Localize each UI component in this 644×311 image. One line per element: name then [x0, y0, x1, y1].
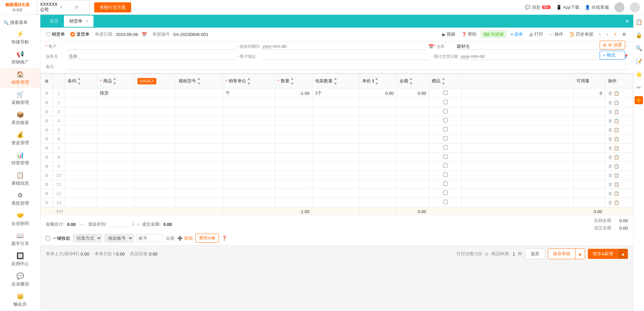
save-new-button[interactable]: 保存&新增 — [588, 249, 618, 259]
scan-btn-header[interactable]: 扫码录入 — [135, 74, 176, 88]
nav-prev-btn[interactable]: ‹ — [597, 31, 603, 38]
save-draft-arrow[interactable]: ▲ — [575, 249, 585, 259]
copy-icon[interactable]: 📋 — [614, 146, 619, 151]
save-draft-button[interactable]: 保存草稿 — [548, 249, 575, 259]
col-gear-header[interactable]: ⚙ — [41, 74, 53, 88]
delete-icon[interactable]: 🗑 — [608, 155, 612, 160]
sidebar-item-operations[interactable]: 📊 经营管理 — [0, 149, 40, 169]
help-btn[interactable]: ❓ 帮助 — [459, 30, 479, 38]
salesperson-dots[interactable]: ··· — [237, 54, 240, 59]
gift-checkbox[interactable] — [443, 127, 448, 131]
sidebar-item-member[interactable]: 👑 畅会员 — [0, 290, 40, 310]
customer-dots[interactable]: ··· — [237, 44, 240, 48]
expense-split-button[interactable]: 费用分摊 — [195, 234, 219, 243]
customer-addr-input[interactable] — [261, 53, 429, 60]
delete-icon[interactable]: 🗑 — [608, 127, 612, 132]
nav-next-btn[interactable]: › — [605, 31, 610, 38]
col-unitprice-header[interactable]: 单价 ℹ ▲▼ — [359, 74, 396, 88]
delivery-date-input[interactable] — [459, 53, 621, 60]
delete-icon[interactable]: 🗑 — [608, 146, 612, 151]
right-panel-icon-2[interactable]: 🔒 — [634, 31, 644, 40]
col-product-header[interactable]: *商品 ▲▼ — [97, 74, 135, 88]
shortcut-btn[interactable]: ⌨ 快捷键 — [481, 30, 506, 38]
sidebar-item-finance[interactable]: 💰 资金管理 — [0, 128, 40, 149]
copy-icon[interactable]: 📋 — [614, 182, 619, 187]
add-payment-btn[interactable]: ➕ 添加 — [177, 235, 193, 241]
radio-sales[interactable]: 销货单 — [46, 31, 65, 37]
scan-barcode-button[interactable]: 扫码录入 — [138, 78, 156, 84]
delete-icon[interactable]: 🗑 — [608, 100, 612, 105]
gift-checkbox[interactable] — [443, 172, 448, 177]
one-key-payment-checkbox[interactable] — [46, 236, 50, 240]
delete-icon[interactable]: 🗑 — [608, 191, 612, 196]
delete-icon[interactable]: 🗑 — [608, 109, 612, 114]
avatar-2[interactable] — [630, 2, 640, 12]
row-spec[interactable] — [176, 88, 223, 98]
row-gift[interactable] — [429, 88, 461, 98]
col-available-header[interactable]: 可用量 — [574, 74, 605, 88]
search-menu[interactable]: 🔍 搜索菜单 — [0, 17, 40, 28]
sidebar-item-marketing[interactable]: 📢 营销推广 — [0, 48, 40, 68]
gift-checkbox[interactable] — [443, 145, 448, 150]
row-gear[interactable]: ⚙ — [41, 88, 53, 98]
copy-icon[interactable]: 📋 — [614, 109, 619, 114]
right-panel-icon-4[interactable]: 📝 — [634, 57, 644, 66]
company-selector[interactable]: XXXXXX公司 ▼ ⚙ — [36, 0, 90, 14]
table-container[interactable]: ⚙ 条码 ▲▼ *商品 ▲▼ — [40, 73, 633, 215]
row-unitprice[interactable]: 0.00 — [359, 88, 396, 98]
logistics-button[interactable]: + 物流 — [600, 51, 625, 60]
gift-checkbox[interactable] — [443, 118, 448, 122]
radio-return[interactable]: 退货单 — [70, 31, 89, 37]
right-panel-icon-5[interactable]: ⭐ — [634, 70, 644, 79]
sidebar-item-system[interactable]: ⚙ 系统管理 — [0, 189, 40, 209]
sidebar-item-guide[interactable]: 📖 新手引导 — [0, 229, 40, 249]
window-close-icon[interactable]: ✕ — [625, 18, 629, 25]
tab-home[interactable]: 首页 — [44, 15, 64, 27]
right-panel-icon-6[interactable]: ✏ — [635, 83, 642, 92]
print-btn[interactable]: 🖨 打印 — [527, 30, 545, 38]
row-amount[interactable]: 0.00 — [396, 88, 429, 98]
col-qty-header[interactable]: *数量 ▲▼ — [275, 74, 312, 88]
copy-icon[interactable]: 📋 — [614, 173, 619, 178]
save-new-arrow[interactable]: ▲ — [618, 249, 628, 259]
settings-button[interactable]: ⚙ ⚙ 设置 — [600, 41, 625, 49]
video-btn[interactable]: ▶ 视频 — [440, 30, 457, 38]
delete-icon[interactable]: 🗑 — [608, 173, 612, 178]
tab-close-icon[interactable]: × — [86, 18, 88, 24]
right-panel-icon-7[interactable]: 🔶 — [635, 96, 643, 104]
delete-icon[interactable]: 🗑 — [608, 200, 612, 205]
right-panel-icon-3[interactable]: 🔍 — [634, 44, 644, 53]
row-packqty[interactable]: 1个 — [312, 88, 359, 98]
col-unit-header[interactable]: *销售单位 ▲▼ — [223, 74, 275, 88]
sidebar-item-appstore[interactable]: 🔲 应用中心 — [0, 249, 40, 270]
row-barcode[interactable] — [65, 88, 97, 98]
col-amount-header[interactable]: 金额 ▲▼ — [396, 74, 429, 88]
sidebar-item-enterprise[interactable]: 🤝 企业协同 — [0, 209, 40, 229]
sidebar-item-wechat[interactable]: 💬 企业微信 — [0, 270, 40, 290]
copy-icon[interactable]: 📋 — [614, 155, 619, 160]
customer-addr-dots[interactable]: ··· — [431, 54, 434, 59]
gift-checkbox[interactable] — [443, 200, 448, 204]
gift-checkbox[interactable] — [443, 136, 448, 141]
salesperson-input[interactable] — [67, 53, 235, 60]
online-service-button[interactable]: 👤 在线客服 — [585, 4, 609, 10]
payment-account-select[interactable]: 收款账号 — [105, 234, 134, 242]
gift-checkbox[interactable] — [443, 100, 448, 104]
copy-icon[interactable]: 📋 — [614, 200, 619, 205]
copy-icon[interactable]: 📋 — [614, 100, 619, 105]
due-date-input[interactable] — [261, 43, 427, 50]
gift-checkbox[interactable] — [443, 90, 448, 95]
action-btn[interactable]: ⋯ 操作 — [547, 30, 565, 38]
warehouse-input[interactable] — [455, 43, 623, 50]
info-icon[interactable]: ℹ — [132, 222, 134, 227]
warehouse-dots[interactable]: ··· — [625, 44, 628, 48]
delete-icon[interactable]: 🗑 — [608, 164, 612, 169]
notes-input[interactable] — [67, 63, 628, 70]
history-btn[interactable]: 📜 历史单据 — [567, 30, 595, 38]
view-grid-btn[interactable]: ⊞ — [620, 31, 628, 38]
customer-input[interactable] — [67, 43, 235, 50]
due-date-calendar-icon[interactable]: 📅 — [428, 44, 434, 49]
calendar-icon[interactable]: 📅 — [142, 32, 147, 37]
copy-icon[interactable]: 📋 — [614, 137, 619, 142]
copy-icon[interactable]: 📋 — [614, 191, 619, 196]
